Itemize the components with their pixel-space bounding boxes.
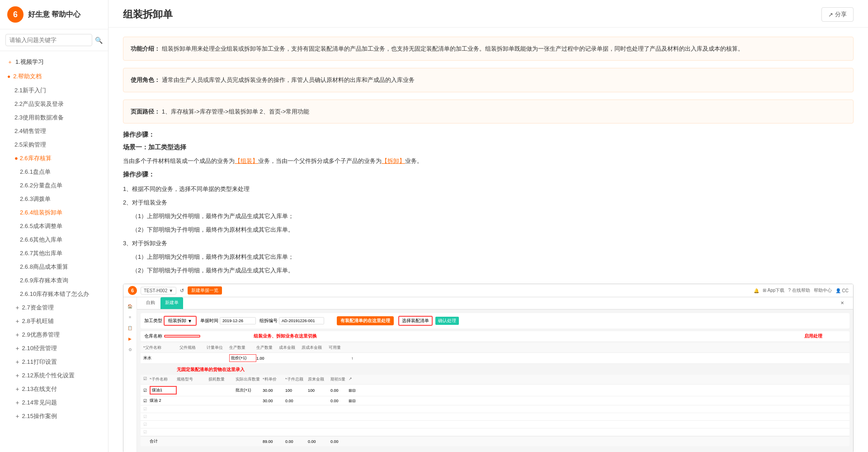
sidebar-item-2-6-10[interactable]: 2.6.10库存账本错了怎么办 <box>0 287 108 301</box>
mockup-confirm-btn[interactable]: 确认处理 <box>435 317 459 325</box>
sidebar-item-2-2[interactable]: 2.2产品安装及登录 <box>0 97 108 111</box>
step-2-sub2: （2）下部明细为子件明细，最终作为原材料生成其它出库单。 <box>132 224 854 236</box>
step-list: 1、根据不同的业务，选择不同单据的类型来处理 2、对于组装业务 （1）上部明细为… <box>123 183 854 276</box>
sidebar-item-2-15[interactable]: ＋ 2.15操作案例 <box>0 409 108 423</box>
mockup-type-label: 加工类型 <box>144 318 162 324</box>
mockup-question-icon[interactable]: ? 在线帮助 <box>788 287 810 294</box>
content-body: 功能介绍： 组装拆卸单用来处理企业组装或拆卸等加工业务，支持有固定装配清单的产品… <box>108 28 868 452</box>
sidebar-item-2-6-9[interactable]: 2.6.9库存账本查询 <box>0 274 108 287</box>
sidebar-item-2-13[interactable]: ＋ 2.13在线支付 <box>0 382 108 396</box>
share-button[interactable]: ↗ 分享 <box>821 7 854 22</box>
sidebar-item-2-6-2[interactable]: 2.6.2分量盘点单 <box>0 179 108 192</box>
mockup-section-bar: 仓库名称 组装业务、拆卸业务在这里切换 启用处理 <box>141 331 849 341</box>
mockup-tab-1[interactable]: 自购 <box>142 297 160 309</box>
mockup-bottom-row-6: ☑ <box>141 428 849 436</box>
sidebar-item-docs[interactable]: ● 2.帮助文档 <box>0 69 108 84</box>
mockup-sub-name-1[interactable]: 煤油1 <box>150 386 177 395</box>
mockup-type-select[interactable]: 组装拆卸 ▼ <box>164 316 197 326</box>
mockup-sidebar-nav3[interactable]: ▶ <box>123 333 137 344</box>
mockup-form-bar: 加工类型 组装拆卸 ▼ 单据时间 2019-12-26 <box>141 313 849 328</box>
mockup-bottom-table: ☑ *子件名称 规格型号 损耗数量 实际出库数量 *料单价 *子件总额 原来金额… <box>141 375 849 446</box>
step-3-sub2: （2）下部明细为子件明细，最终作为产成品生成其它入库单。 <box>132 265 854 276</box>
path-label: 页面路径： <box>131 108 160 115</box>
func-intro-text: 组装拆卸单用来处理企业组装或拆卸等加工业务，支持有固定装配清单的产品加工业务，也… <box>162 45 744 52</box>
mockup-tab-2[interactable]: 新建单 <box>160 297 183 309</box>
steps-section: 操作步骤： 场景一：加工类型选择 当由多个子件材料组装成一个成品的业务为【组装】… <box>123 131 854 276</box>
sidebar-item-2-6-5[interactable]: 2.6.5成本调整单 <box>0 219 108 233</box>
sidebar-item-video[interactable]: ＋ 1.视频学习 <box>0 55 108 69</box>
sidebar-item-2-6-3[interactable]: 2.6.3调拨单 <box>0 192 108 206</box>
search-input[interactable] <box>5 34 92 46</box>
mockup-type-field: 加工类型 组装拆卸 ▼ <box>144 316 197 326</box>
sidebar-nav: ＋ 1.视频学习 ● 2.帮助文档 2.1新手入门 2.2产品安装及登录 2.3… <box>0 51 108 452</box>
mockup-num-input[interactable]: AD-20191226-001 <box>279 317 324 324</box>
sidebar-item-2-7[interactable]: ＋ 2.7资金管理 <box>0 301 108 314</box>
mockup-sidebar-sm: 🏠 ≡ 📋 ▶ ⚙ <box>123 297 137 452</box>
sidebar-item-2-6-4[interactable]: 2.6.4组装拆卸单 <box>0 206 108 219</box>
search-icon[interactable]: 🔍 <box>95 37 103 44</box>
path-block: 页面路径： 1、库存核算->库存管理->组装拆卸单 2、首页->常用功能 <box>123 100 854 124</box>
sidebar-item-2-10[interactable]: ＋ 2.10经营管理 <box>0 342 108 355</box>
mockup-help-icon[interactable]: 帮助中心 <box>814 287 832 294</box>
step-3-sub1: （1）上部明细为父件明细，最终作为原材料生成其它出库单； <box>132 251 854 263</box>
sidebar-item-2-6-6[interactable]: 2.6.6其他入库单 <box>0 233 108 247</box>
role-label: 使用角色： <box>131 76 160 83</box>
mockup-body: 🏠 ≡ 📋 ▶ ⚙ 自购 新建单 ✕ <box>123 297 853 452</box>
sidebar-item-2-14[interactable]: ＋ 2.14常见问题 <box>0 396 108 409</box>
sidebar-item-2-12[interactable]: ＋ 2.12系统个性化设置 <box>0 369 108 382</box>
mockup-select-btn[interactable]: 选择装配清单 <box>398 316 433 326</box>
page-title: 组装拆卸单 <box>123 8 173 21</box>
mockup-bottom-row-2: ☑ 煤油 2 30.00 0.00 0.00 ⊞⊟ <box>141 396 849 405</box>
mockup-sidebar-nav4[interactable]: ⚙ <box>123 344 137 355</box>
search-area: 🔍 <box>0 29 108 51</box>
mockup-bottom-table-header: ☑ *子件名称 规格型号 损耗数量 实际出库数量 *料单价 *子件总额 原来金额… <box>141 375 849 385</box>
sidebar-item-2-6-1[interactable]: 2.6.1盘点单 <box>0 165 108 179</box>
sidebar-item-2-8[interactable]: ＋ 2.8手机旺辅 <box>0 314 108 328</box>
step-1: 1、根据不同的业务，选择不同单据的类型来处理 <box>123 183 854 195</box>
func-intro-label: 功能介绍： <box>131 45 160 52</box>
mockup-close-icon[interactable]: ✕ <box>840 300 844 305</box>
scenario1-label: 场景一：加工类型选择 <box>123 143 854 152</box>
expand-icon: ＋ <box>7 58 13 66</box>
mockup-sidebar-nav1[interactable]: ≡ <box>123 312 137 323</box>
sidebar-item-2-11[interactable]: ＋ 2.11打印设置 <box>0 355 108 369</box>
role-text: 通常由生产人员或库管人员完成拆装业务的操作，库管人员确认原材料的出库和产成品的入… <box>162 76 415 83</box>
mockup-sidebar-nav2[interactable]: 📋 <box>123 323 137 333</box>
mockup-date-field: 单据时间 2019-12-26 <box>200 317 256 324</box>
mockup-sidebar-home[interactable]: 🏠 <box>123 301 137 312</box>
mockup-top-qty-cell[interactable]: 批价(+1) <box>229 354 256 362</box>
mockup-alert-area: 有装配清单的在这里处理 选择装配清单 确认处理 <box>337 316 459 326</box>
sidebar-item-2-9[interactable]: ＋ 2.9优惠券管理 <box>0 328 108 342</box>
step-3: 3、对于拆卸业务 <box>123 238 854 249</box>
sidebar-item-2-6-8[interactable]: 2.6.8商品成本重算 <box>0 260 108 274</box>
mockup-apps-icon[interactable]: ⊞ App下载 <box>763 287 784 294</box>
func-intro-block: 功能介绍： 组装拆卸单用来处理企业组装或拆卸等加工业务，支持有固定装配清单的产品… <box>123 37 854 61</box>
sidebar-item-2-3[interactable]: 2.3使用前数据准备 <box>0 111 108 124</box>
mockup-refresh-icon[interactable]: ↺ <box>180 288 184 294</box>
mockup-tabs: 自购 新建单 ✕ <box>137 297 853 309</box>
sidebar-item-2-1[interactable]: 2.1新手入门 <box>0 84 108 97</box>
sidebar-item-2-6-7[interactable]: 2.6.7其他出库单 <box>0 247 108 260</box>
mockup-bell-icon[interactable]: 🔔 <box>754 288 759 293</box>
collapse-icon: ● <box>7 73 10 80</box>
mockup-top-table: *父件名称 父件规格 计量单位 生产数量 生产数量 成本金额 原成本金额 可用量 <box>141 343 849 364</box>
mockup-content-inner: 加工类型 组装拆卸 ▼ 单据时间 2019-12-26 <box>137 309 853 452</box>
sidebar-item-2-5[interactable]: 2.5采购管理 <box>0 138 108 152</box>
sidebar: 6 好生意 帮助中心 🔍 ＋ 1.视频学习 ● 2.帮助文档 2.1新手入门 2… <box>0 0 108 452</box>
sidebar-item-2-6[interactable]: ● 2.6库存核算 <box>0 152 108 165</box>
mockup-tab-3[interactable]: ✕ <box>836 298 849 309</box>
step-2: 2、对于组装业务 <box>123 197 854 209</box>
screenshot-inner: 6 TEST-H002 ▼ ↺ 新建单据一览 🔔 ⊞ App下载 ? 在线帮助 … <box>123 284 853 452</box>
mockup-bottom-row-1: ☑ 煤油1 批次(+1) 30.00 100 100 0.00 ⊞⊟ <box>141 385 849 396</box>
page-header: 组装拆卸单 ↗ 分享 <box>108 0 868 28</box>
main-content: 组装拆卸单 ↗ 分享 功能介绍： 组装拆卸单用来处理企业组装或拆卸等加工业务，支… <box>108 0 868 452</box>
step-2-sub1: （1）上部明细为父件明细，最终作为产成品生成其它入库单； <box>132 210 854 222</box>
mockup-warehouse-input[interactable] <box>164 335 200 338</box>
mockup-bottom-row-5: ☑ <box>141 421 849 428</box>
mockup-company-dropdown[interactable]: TEST-H002 ▼ <box>141 287 176 295</box>
sidebar-item-2-4[interactable]: 2.4销售管理 <box>0 124 108 138</box>
mockup-new-btn[interactable]: 新建单据一览 <box>188 286 222 295</box>
mockup-date-input[interactable]: 2019-12-26 <box>220 317 256 324</box>
mockup-alert-text: 有装配清单的在这里处理 <box>337 316 394 325</box>
mockup-avatar[interactable]: 👤 CC <box>835 288 849 293</box>
